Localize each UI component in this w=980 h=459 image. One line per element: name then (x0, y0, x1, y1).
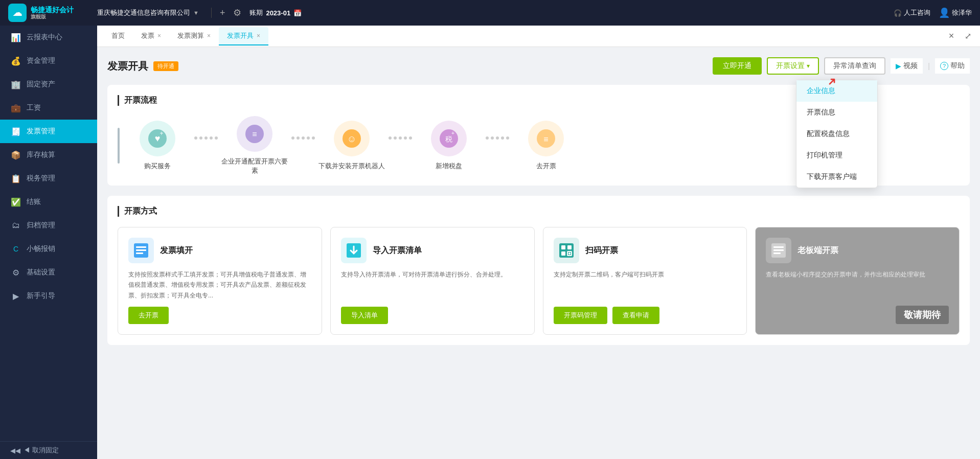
kucun-icon: 📦 (10, 149, 21, 160)
sidebar-item-jichu[interactable]: ⚙ 基础设置 (0, 261, 97, 284)
printer-label: 打印机管理 (807, 151, 842, 159)
add-button[interactable]: + (220, 8, 225, 18)
sidebar-label-yunbao: 云报表中心 (27, 33, 62, 42)
tab-home-label: 首页 (111, 31, 125, 40)
sidebar-item-yunbao[interactable]: 📊 云报表中心 (0, 26, 97, 49)
period-info: 账期 2023-01 📅 (249, 8, 302, 17)
period-label: 账期 (249, 8, 263, 17)
svg-rect-26 (773, 253, 781, 254)
fill-card-desc: 支持按照发票样式手工填开发票；可开具增值税电子普通发票、增值税普通发票、增值税专… (128, 269, 311, 301)
settings-label: 开票设置 (776, 61, 805, 71)
xinshou-icon: ▶ (10, 290, 21, 302)
qrcode-manage-button[interactable]: 开票码管理 (554, 307, 607, 324)
settings-dropdown: ➜ 企业信息 开票信息 配置税盘信息 打印机管理 (796, 80, 878, 188)
boss-invoice-icon (766, 238, 791, 263)
help-button[interactable]: ? 帮助 (935, 58, 970, 74)
support-button[interactable]: 🎧 人工咨询 (894, 8, 930, 17)
header-actions: 立即开通 开票设置 ▾ 异常清单查询 ▶ 视频 | ? (713, 57, 970, 75)
user-profile[interactable]: 👤 徐泽华 (939, 7, 972, 18)
step-divider (118, 128, 120, 164)
tab-kaiju[interactable]: 发票开具 × (219, 27, 268, 45)
flow-step-3-icon: ☺ (334, 121, 370, 156)
page-title-area: 发票开具 待开通 (107, 59, 178, 73)
dropdown-download-client[interactable]: 下载开票客户端 (796, 166, 877, 188)
svg-text:+: + (451, 130, 454, 136)
coming-soon-overlay: 敬请期待 (896, 306, 949, 324)
calendar-icon[interactable]: 📅 (293, 9, 302, 17)
step-connector-1 (193, 136, 219, 140)
sidebar-label-gongzi: 工资 (27, 103, 41, 112)
view-apply-button[interactable]: 查看申请 (612, 307, 659, 324)
sidebar-item-shuiwu[interactable]: 📋 税务管理 (0, 167, 97, 190)
dropdown-tax-disk[interactable]: 配置税盘信息 (796, 123, 877, 145)
sidebar-item-fapiao[interactable]: 🧾 发票管理 (0, 120, 97, 143)
abnormal-list-button[interactable]: 异常清单查询 (824, 57, 885, 75)
svg-rect-14 (136, 249, 146, 251)
sidebar-item-gongzi[interactable]: 💼 工资 (0, 96, 97, 120)
sidebar-item-guidang[interactable]: 🗂 归档管理 (0, 214, 97, 237)
flow-step-5-label: 去开票 (536, 162, 556, 171)
step-connector-2 (290, 136, 316, 140)
svg-rect-25 (773, 249, 784, 251)
content-area: 首页 发票 × 发票测算 × 发票开具 × × ⤢ (97, 26, 980, 459)
activate-button[interactable]: 立即开通 (713, 57, 762, 75)
sidebar-collapse-button[interactable]: ◀◀ ◀ 取消固定 (0, 441, 97, 459)
sidebar-label-fapiao: 发票管理 (27, 127, 55, 136)
collapse-icon: ◀◀ (10, 447, 20, 454)
divider-1 (211, 8, 212, 18)
sidebar-item-jiezhang[interactable]: ✅ 结账 (0, 190, 97, 214)
tab-cesuan[interactable]: 发票测算 × (169, 27, 219, 45)
company-selector[interactable]: 重庆畅捷交通信息咨询有限公司 ▼ (93, 6, 203, 19)
sidebar-item-zijin[interactable]: 💰 资金管理 (0, 49, 97, 73)
step-connector-4 (485, 136, 510, 140)
tab-kaiju-close[interactable]: × (257, 32, 260, 39)
jiezhang-icon: ✅ (10, 196, 21, 208)
flow-step-2: ≡ 企业开通配置开票六要素 (219, 116, 290, 175)
sidebar-item-xinshou[interactable]: ▶ 新手引导 (0, 284, 97, 308)
method-card-scan-header: 扫码开票 (554, 238, 737, 263)
chevron-down-icon: ▼ (193, 10, 199, 16)
top-bar: ☁ 畅捷通好会计 旗舰版 重庆畅捷交通信息咨询有限公司 ▼ + ⚙ 账期 202… (0, 0, 980, 26)
maximize-window-button[interactable]: ⤢ (962, 30, 974, 42)
sidebar-item-kucun[interactable]: 📦 库存核算 (0, 143, 97, 167)
close-window-button[interactable]: × (945, 30, 958, 42)
tab-fapiao[interactable]: 发票 × (133, 27, 169, 45)
import-card-title: 导入开票清单 (373, 245, 422, 256)
sidebar-label-shuiwu: 税务管理 (27, 174, 55, 183)
method-section: 开票方式 发票填开 支持按照发票样式手工填开发票；可开具增值税电子普通发票、增值… (107, 196, 970, 345)
sidebar-item-gudingzichan[interactable]: 🏢 固定资产 (0, 73, 97, 96)
logo-sub: 旗舰版 (31, 14, 74, 20)
flow-step-1-label: 购买服务 (144, 162, 171, 171)
video-button[interactable]: ▶ 视频 (891, 58, 923, 74)
settings-button[interactable]: ⚙ (233, 7, 241, 18)
support-label: 人工咨询 (904, 8, 930, 17)
sidebar-label-gudingzichan: 固定资产 (27, 80, 55, 89)
svg-text:≡: ≡ (252, 130, 257, 139)
dropdown-printer[interactable]: 打印机管理 (796, 145, 877, 166)
cloud-icon: ☁ (13, 7, 22, 18)
flow-step-4-label: 新增税盘 (436, 162, 462, 171)
tax-disk-label: 配置税盘信息 (807, 129, 850, 137)
fill-goto-button[interactable]: 去开票 (128, 307, 169, 324)
invoice-settings-button[interactable]: 开票设置 ▾ (767, 57, 819, 75)
flow-step-5-icon: ≡ (528, 121, 564, 156)
tab-kaiju-label: 发票开具 (227, 31, 254, 40)
import-list-button[interactable]: 导入清单 (341, 307, 388, 324)
boss-card-title: 老板端开票 (797, 245, 838, 256)
sidebar-item-xiaochang[interactable]: C 小畅报销 (0, 237, 97, 261)
tab-cesuan-label: 发票测算 (177, 31, 204, 40)
scan-invoice-icon (554, 238, 579, 263)
tab-cesuan-close[interactable]: × (207, 32, 211, 39)
tab-fapiao-close[interactable]: × (157, 32, 161, 39)
svg-rect-18 (561, 245, 565, 249)
dropdown-invoice-info[interactable]: 开票信息 (796, 102, 877, 123)
yunbao-icon: 📊 (10, 32, 21, 43)
logo-title: 畅捷通好会计 (31, 6, 74, 14)
xiaochang-icon: C (10, 243, 21, 255)
method-cards: 发票填开 支持按照发票样式手工填开发票；可开具增值税电子普通发票、增值税普通发票… (118, 227, 960, 335)
pipe-divider: | (928, 62, 930, 70)
tab-home[interactable]: 首页 (103, 27, 133, 45)
sidebar-label-xinshou: 新手引导 (27, 291, 55, 301)
chevron-down-icon: ▾ (807, 62, 810, 70)
svg-text:☺: ☺ (347, 134, 356, 144)
